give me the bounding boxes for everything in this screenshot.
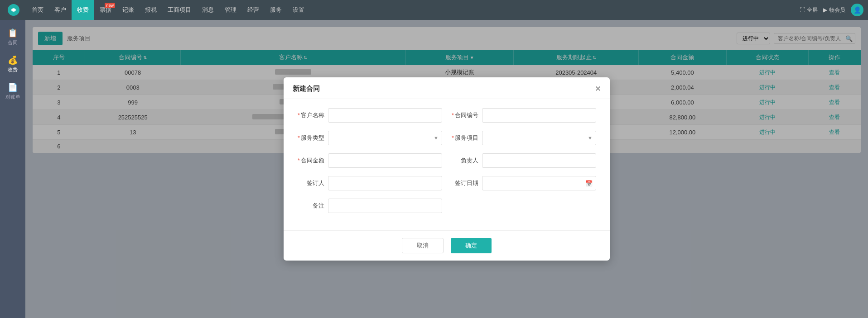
required-star-2: * xyxy=(452,112,454,119)
form-group-amount: *合同金额 0.00 xyxy=(297,153,442,168)
modal-header: 新建合同 ✕ xyxy=(284,77,610,99)
sign-date-label: 签订日期 xyxy=(451,179,478,187)
notes-label: 备注 xyxy=(297,202,324,210)
client-name-input[interactable] xyxy=(328,108,442,123)
avatar[interactable]: 👤 xyxy=(851,4,863,16)
nav-item-bookkeeping[interactable]: 记账 xyxy=(117,0,140,20)
sidebar-item-fees[interactable]: 💰 收费 xyxy=(1,52,24,77)
form-group-responsible: 负责人 xyxy=(451,153,596,168)
service-item-select-wrap: ▼ xyxy=(482,131,596,145)
nav-item-home[interactable]: 首页 xyxy=(26,0,49,20)
responsible-label: 负责人 xyxy=(451,157,478,165)
contract-no-input[interactable] xyxy=(482,108,596,123)
modal-title: 新建合同 xyxy=(293,85,320,93)
reconciliation-icon: 📄 xyxy=(8,82,18,92)
svg-point-1 xyxy=(12,9,15,11)
contract-icon: 📋 xyxy=(8,28,18,38)
modal-close-button[interactable]: ✕ xyxy=(595,85,601,93)
form-row-3: *合同金额 0.00 负责人 xyxy=(297,153,596,168)
nav-item-service[interactable]: 服务 xyxy=(265,0,287,20)
fullscreen-button[interactable]: ⛶ 全屏 xyxy=(800,6,818,14)
form-group-service-item: *服务项目 ▼ xyxy=(451,131,596,145)
nav-right: ⛶ 全屏 ▶ 畅会员 👤 xyxy=(800,4,863,16)
nav-item-invoice[interactable]: 票据 new xyxy=(94,0,117,20)
main-layout: 📋 合同 💰 收费 📄 对账单 新增 服务项目 进行中 已完成 已终止 xyxy=(0,20,868,318)
form-row-2: *服务类型 ▼ *服务项目 xyxy=(297,131,596,145)
service-type-select-wrap: ▼ xyxy=(328,131,442,145)
form-group-notes: 备注 xyxy=(297,199,442,213)
contract-amount-input[interactable]: 0.00 xyxy=(328,153,442,168)
nav-item-manage[interactable]: 管理 xyxy=(219,0,242,20)
app-logo xyxy=(5,1,23,19)
main-content: 新增 服务项目 进行中 已完成 已终止 🔍 xyxy=(25,20,868,318)
sidebar: 📋 合同 💰 收费 📄 对账单 xyxy=(0,20,25,318)
required-star-5: * xyxy=(298,157,300,164)
contract-no-label: *合同编号 xyxy=(451,111,478,119)
form-group-signer: 签订人 xyxy=(297,176,442,190)
modal-footer: 取消 确定 xyxy=(284,230,610,261)
sign-date-wrap: 2023-06-06 📅 xyxy=(482,176,596,190)
form-group-client-name: *客户名称 xyxy=(297,108,442,123)
confirm-button[interactable]: 确定 xyxy=(451,238,492,253)
sidebar-item-reconciliation[interactable]: 📄 对账单 xyxy=(1,79,24,104)
client-name-label: *客户名称 xyxy=(297,111,324,119)
form-row-4: 签订人 签订日期 2023-06-06 📅 xyxy=(297,176,596,190)
amount-label: *合同金额 xyxy=(297,157,324,165)
modal-overlay: 新建合同 ✕ *客户名称 *合同编号 xyxy=(25,20,868,318)
form-group-sign-date: 签订日期 2023-06-06 📅 xyxy=(451,176,596,190)
form-row-1: *客户名称 *合同编号 xyxy=(297,108,596,123)
modal-body: *客户名称 *合同编号 xyxy=(284,99,610,230)
service-type-select[interactable] xyxy=(328,131,442,145)
nav-item-tax[interactable]: 报税 xyxy=(140,0,162,20)
play-icon: ▶ xyxy=(823,7,827,13)
nav-item-operations[interactable]: 经营 xyxy=(242,0,265,20)
service-item-label: *服务项目 xyxy=(451,134,478,142)
nav-item-business[interactable]: 工商项目 xyxy=(162,0,197,20)
member-button[interactable]: ▶ 畅会员 xyxy=(823,6,845,14)
required-star: * xyxy=(298,112,300,119)
signer-label: 签订人 xyxy=(297,179,324,187)
service-item-select[interactable] xyxy=(482,131,596,145)
fees-icon: 💰 xyxy=(8,55,18,65)
nav-item-client[interactable]: 客户 xyxy=(49,0,72,20)
sidebar-item-contract[interactable]: 📋 合同 xyxy=(1,24,24,50)
top-nav: 首页 客户 收费 票据 new 记账 报税 工商项目 消息 管理 经营 服务 设… xyxy=(0,0,868,20)
cancel-button[interactable]: 取消 xyxy=(402,238,444,253)
form-group-service-type: *服务类型 ▼ xyxy=(297,131,442,145)
signer-input[interactable] xyxy=(328,176,442,190)
fullscreen-icon: ⛶ xyxy=(800,7,805,13)
nav-item-settings[interactable]: 设置 xyxy=(287,0,310,20)
form-group-contract-no: *合同编号 xyxy=(451,108,596,123)
new-badge: new xyxy=(105,3,115,8)
new-contract-modal: 新建合同 ✕ *客户名称 *合同编号 xyxy=(284,77,610,261)
nav-item-fees[interactable]: 收费 xyxy=(72,0,94,20)
notes-input[interactable] xyxy=(328,199,442,213)
required-star-3: * xyxy=(298,134,300,141)
nav-item-messages[interactable]: 消息 xyxy=(197,0,219,20)
responsible-person-input[interactable] xyxy=(482,153,596,168)
service-type-label: *服务类型 xyxy=(297,134,324,142)
form-row-5: 备注 xyxy=(297,199,596,213)
required-star-4: * xyxy=(452,134,454,141)
sign-date-input[interactable]: 2023-06-06 xyxy=(482,176,596,190)
